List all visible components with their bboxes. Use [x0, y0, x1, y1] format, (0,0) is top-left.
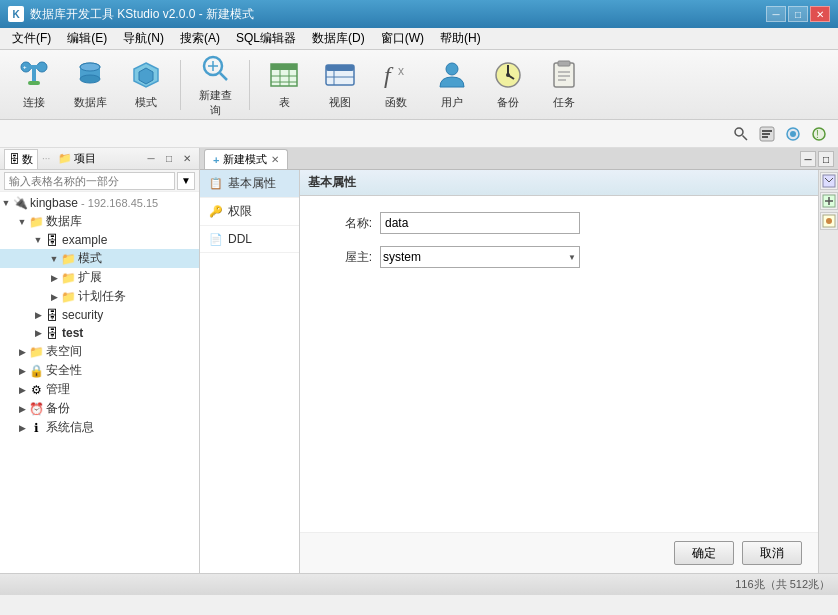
tab-close-button[interactable]: ✕ — [271, 154, 279, 165]
label-name: 名称: — [320, 215, 380, 232]
panel-close-button[interactable]: ✕ — [179, 151, 195, 167]
select-owner[interactable]: system admin public — [380, 246, 580, 268]
svg-marker-11 — [139, 68, 153, 84]
toolbar-backup-button[interactable]: 备份 — [482, 56, 534, 114]
nav-permission-icon: 🔑 — [208, 204, 224, 220]
side-btn-2[interactable] — [820, 192, 838, 210]
tab-project[interactable]: 📁 项目 — [54, 149, 100, 168]
menu-file[interactable]: 文件(F) — [4, 28, 59, 49]
input-name[interactable] — [380, 212, 580, 234]
toggle-backup[interactable]: ▶ — [16, 403, 28, 415]
tree-toolbar: ▼ — [0, 170, 199, 192]
tree-node-tablespace[interactable]: ▶ 📁 表空间 — [0, 342, 199, 361]
table-label: 表 — [279, 95, 290, 110]
toggle-schedule[interactable]: ▶ — [48, 291, 60, 303]
svg-point-45 — [790, 131, 796, 137]
tree-node-security[interactable]: ▶ 🗄 security — [0, 306, 199, 324]
toolbar-connect-button[interactable]: + 连接 — [8, 56, 60, 114]
tab-bar-minimize[interactable]: ─ — [800, 151, 816, 167]
toolbar-function-button[interactable]: f x 函数 — [370, 56, 422, 114]
tree-node-security2[interactable]: ▶ 🔒 安全性 — [0, 361, 199, 380]
connect-icon: + — [18, 59, 50, 91]
icon-backup-folder: ⏰ — [28, 401, 44, 417]
tab-new-schema[interactable]: + 新建模式 ✕ — [204, 149, 288, 169]
tab-database[interactable]: 🗄 数 — [4, 149, 38, 169]
maximize-button[interactable]: □ — [788, 6, 808, 22]
svg-rect-34 — [558, 61, 570, 66]
tree-node-backup[interactable]: ▶ ⏰ 备份 — [0, 399, 199, 418]
connect-label: 连接 — [23, 95, 45, 110]
minimize-button[interactable]: ─ — [766, 6, 786, 22]
icon-manage-folder: ⚙ — [28, 382, 44, 398]
nav-basic-properties[interactable]: 📋 基本属性 — [200, 170, 299, 198]
menu-search[interactable]: 搜索(A) — [172, 28, 228, 49]
tree-node-kingbase[interactable]: ▼ 🔌 kingbase - 192.168.45.15 — [0, 194, 199, 212]
icon-example-db: 🗄 — [44, 232, 60, 248]
cancel-button[interactable]: 取消 — [742, 541, 802, 565]
toolbar-schema-button[interactable]: 模式 — [120, 56, 172, 114]
schema-icon — [130, 59, 162, 91]
tree-node-test[interactable]: ▶ 🗄 test — [0, 324, 199, 342]
toggle-extends[interactable]: ▶ — [48, 272, 60, 284]
menu-edit[interactable]: 编辑(E) — [59, 28, 115, 49]
toolbar-newquery-button[interactable]: 新建查询 — [189, 56, 241, 114]
panel-minimize-button[interactable]: ─ — [143, 151, 159, 167]
svg-line-13 — [220, 73, 227, 80]
tab-bar-restore[interactable]: □ — [818, 151, 834, 167]
tab-new-schema-icon: + — [213, 154, 219, 166]
toggle-security[interactable]: ▶ — [32, 309, 44, 321]
tree-node-extends[interactable]: ▶ 📁 扩展 — [0, 268, 199, 287]
nav-ddl[interactable]: 📄 DDL — [200, 226, 299, 253]
tree-filter-input[interactable] — [4, 172, 175, 190]
tree-node-example[interactable]: ▼ 🗄 example — [0, 231, 199, 249]
toggle-kingbase[interactable]: ▼ — [0, 197, 12, 209]
toolbar-extra-button-1[interactable] — [756, 123, 778, 145]
form-panel: 基本属性 名称: 屋主: system admin — [300, 170, 818, 573]
toggle-security2[interactable]: ▶ — [16, 365, 28, 377]
side-btn-1[interactable] — [820, 172, 838, 190]
close-button[interactable]: ✕ — [810, 6, 830, 22]
menu-navigate[interactable]: 导航(N) — [115, 28, 172, 49]
tab-sep-1: ··· — [42, 153, 50, 164]
toggle-test[interactable]: ▶ — [32, 327, 44, 339]
nav-ddl-label: DDL — [228, 232, 252, 246]
tree-node-manage[interactable]: ▶ ⚙ 管理 — [0, 380, 199, 399]
tree-area[interactable]: ▼ 🔌 kingbase - 192.168.45.15 ▼ 📁 数据库 ▼ 🗄… — [0, 192, 199, 573]
toolbar-database-button[interactable]: 数据库 — [64, 56, 116, 114]
toggle-sysinfo[interactable]: ▶ — [16, 422, 28, 434]
toggle-tablespace[interactable]: ▶ — [16, 346, 28, 358]
svg-rect-42 — [762, 133, 770, 135]
tree-filter-button[interactable]: ▼ — [177, 172, 195, 190]
toggle-schemas[interactable]: ▼ — [48, 253, 60, 265]
label-owner: 屋主: — [320, 249, 380, 266]
menu-window[interactable]: 窗口(W) — [373, 28, 432, 49]
svg-text:x: x — [398, 64, 404, 78]
toolbar-task-button[interactable]: 任务 — [538, 56, 590, 114]
toolbar-user-button[interactable]: 用户 — [426, 56, 478, 114]
search-button[interactable] — [730, 123, 752, 145]
window-controls: ─ □ ✕ — [766, 6, 830, 22]
tree-node-schemas[interactable]: ▼ 📁 模式 — [0, 249, 199, 268]
right-side-toolbar — [818, 170, 838, 573]
side-btn-3[interactable] — [820, 212, 838, 230]
tree-node-databases[interactable]: ▼ 📁 数据库 — [0, 212, 199, 231]
project-tab-icon: 📁 — [58, 152, 72, 165]
toolbar-table-button[interactable]: 表 — [258, 56, 310, 114]
menu-database[interactable]: 数据库(D) — [304, 28, 373, 49]
tree-node-schedule[interactable]: ▶ 📁 计划任务 — [0, 287, 199, 306]
toolbar-extra-button-2[interactable] — [782, 123, 804, 145]
nav-permissions[interactable]: 🔑 权限 — [200, 198, 299, 226]
toolbar-view-button[interactable]: 视图 — [314, 56, 366, 114]
toolbar-extra-button-3[interactable]: ! — [808, 123, 830, 145]
toggle-databases[interactable]: ▼ — [16, 216, 28, 228]
tree-node-sysinfo[interactable]: ▶ ℹ 系统信息 — [0, 418, 199, 437]
toggle-manage[interactable]: ▶ — [16, 384, 28, 396]
menu-help[interactable]: 帮助(H) — [432, 28, 489, 49]
panel-restore-button[interactable]: □ — [161, 151, 177, 167]
toggle-example[interactable]: ▼ — [32, 234, 44, 246]
label-example: example — [60, 233, 107, 247]
task-label: 任务 — [553, 95, 575, 110]
menu-sql-editor[interactable]: SQL编辑器 — [228, 28, 304, 49]
confirm-button[interactable]: 确定 — [674, 541, 734, 565]
label-ip: - 192.168.45.15 — [78, 197, 158, 209]
